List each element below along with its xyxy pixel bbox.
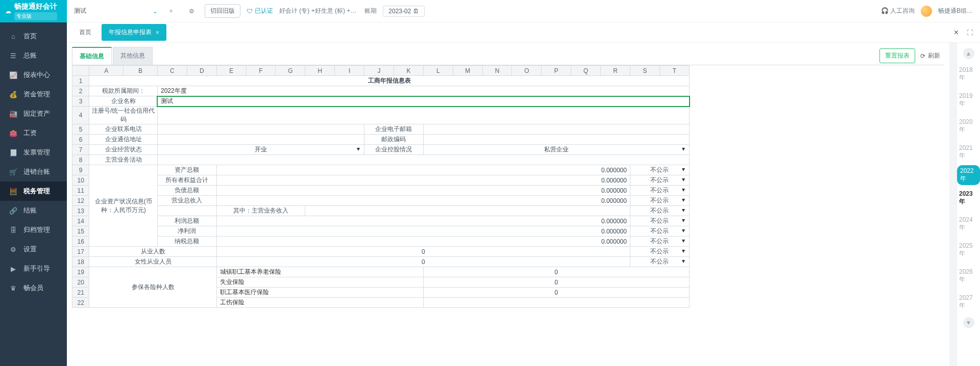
sidebar-item-3[interactable]: 💰资金管理 — [0, 85, 67, 104]
col-header[interactable]: E — [216, 66, 246, 76]
sidebar-item-11[interactable]: ⚙设置 — [0, 240, 67, 259]
row-header[interactable]: 2 — [72, 86, 89, 96]
col-header[interactable]: J — [364, 66, 394, 76]
col-header[interactable]: G — [276, 66, 305, 76]
col-header[interactable]: D — [187, 66, 216, 76]
sidebar-item-8[interactable]: 🧮税务管理 — [0, 181, 67, 201]
col-header[interactable]: S — [630, 66, 659, 76]
status-select[interactable]: 开业▾ — [157, 145, 364, 155]
col-header[interactable]: P — [542, 66, 571, 76]
asset-row-value[interactable]: 0.000000 — [216, 175, 630, 186]
row-header[interactable]: 3 — [72, 96, 89, 107]
row-header[interactable]: 14 — [72, 216, 89, 226]
publicity-select[interactable]: 不公示▾ — [630, 196, 689, 206]
tab-annual-report[interactable]: 年报信息申报表 × — [102, 24, 166, 41]
employees-value[interactable]: 0 — [216, 247, 630, 257]
dropdown-arrow-icon[interactable]: ▾ — [682, 257, 685, 265]
dropdown-arrow-icon[interactable]: ▾ — [682, 227, 685, 234]
year-item[interactable]: 2027年 — [957, 289, 980, 315]
year-item[interactable]: 2024年 — [957, 211, 980, 237]
year-item[interactable]: 2026年 — [957, 263, 980, 289]
col-header[interactable]: C — [157, 66, 187, 76]
year-item[interactable]: 2022年 — [957, 165, 980, 185]
asset-row-value[interactable]: 0.000000 — [216, 237, 630, 247]
year-item[interactable]: 2021年 — [957, 139, 980, 165]
org-selector[interactable]: 测试 ⌄ — [74, 7, 158, 15]
publicity-select[interactable]: 不公示▾ — [630, 165, 689, 175]
reset-report-button[interactable]: 重置报表 — [879, 48, 915, 63]
col-header[interactable]: A — [89, 66, 124, 76]
period-selector[interactable]: 2023-02 🗓 — [383, 6, 424, 17]
email-input[interactable] — [423, 124, 689, 135]
brand-logo[interactable]: ☁ 畅捷通好会计 专业版 — [0, 0, 67, 22]
dropdown-arrow-icon[interactable]: ▾ — [682, 247, 685, 254]
year-item[interactable]: 2020年 — [957, 113, 980, 139]
phone-input[interactable] — [157, 124, 364, 135]
col-header[interactable]: M — [453, 66, 482, 76]
publicity-select[interactable]: 不公示▾ — [630, 216, 689, 226]
add-icon[interactable]: ＋ — [164, 4, 178, 18]
insurance-row-value[interactable]: 0 — [423, 287, 689, 298]
avatar[interactable] — [921, 6, 932, 17]
main-biz-input[interactable] — [157, 155, 689, 165]
publicity-select[interactable]: 不公示▾ — [630, 186, 689, 196]
publicity-select[interactable]: 不公示▾ — [630, 247, 689, 257]
insurance-row-value[interactable]: 0 — [423, 267, 689, 277]
sidebar-item-1[interactable]: ☰总账 — [0, 46, 67, 65]
fullscreen-icon[interactable]: ⛶ — [967, 29, 973, 36]
publicity-select[interactable]: 不公示▾ — [630, 206, 689, 216]
sidebar-item-6[interactable]: 🧾发票管理 — [0, 143, 67, 162]
row-header[interactable]: 11 — [72, 186, 89, 196]
sidebar-item-0[interactable]: ⌂首页 — [0, 27, 67, 46]
year-down-icon[interactable]: ▼ — [963, 317, 974, 328]
female-value[interactable]: 0 — [216, 257, 630, 267]
publicity-select[interactable]: 不公示▾ — [630, 175, 689, 186]
year-up-icon[interactable]: ▲ — [963, 48, 974, 59]
subtab-other[interactable]: 其他信息 — [113, 47, 153, 65]
year-item[interactable]: 2025年 — [957, 237, 980, 263]
col-header[interactable]: H — [305, 66, 335, 76]
col-header[interactable]: R — [601, 66, 630, 76]
switch-old-button[interactable]: 切回旧版 — [205, 4, 240, 18]
sidebar-item-10[interactable]: 🗄归档管理 — [0, 220, 67, 240]
vertical-scrollbar[interactable] — [949, 43, 957, 366]
row-header[interactable]: 12 — [72, 196, 89, 206]
col-header[interactable]: N — [482, 66, 512, 76]
sidebar-item-5[interactable]: 👛工资 — [0, 123, 67, 143]
col-header[interactable]: T — [659, 66, 689, 76]
dropdown-arrow-icon[interactable]: ▾ — [682, 176, 685, 183]
row-header[interactable]: 4 — [72, 107, 89, 124]
publicity-select[interactable]: 不公示▾ — [630, 257, 689, 267]
row-header[interactable]: 18 — [72, 257, 89, 267]
col-header[interactable]: O — [512, 66, 542, 76]
asset-row-value[interactable]: 0.000000 — [216, 226, 630, 237]
dropdown-arrow-icon[interactable]: ▾ — [682, 145, 685, 152]
gear-icon[interactable]: ⚙ — [184, 4, 199, 18]
year-item[interactable]: 2018年 — [957, 61, 980, 87]
row-header[interactable]: 9 — [72, 165, 89, 175]
refresh-button[interactable]: ⟳ 刷新 — [920, 51, 940, 60]
sub-income-value[interactable] — [305, 206, 630, 216]
addr-input[interactable] — [157, 135, 364, 145]
help-link[interactable]: 🎧 人工咨询 — [881, 7, 915, 15]
insurance-row-value[interactable]: 0 — [423, 277, 689, 287]
close-all-tabs-icon[interactable]: × — [954, 28, 959, 37]
publicity-select[interactable]: 不公示▾ — [630, 237, 689, 247]
row-header[interactable]: 8 — [72, 155, 89, 165]
postal-input[interactable] — [423, 135, 689, 145]
row-header[interactable]: 5 — [72, 124, 89, 135]
row-header[interactable]: 19 — [72, 267, 89, 277]
spreadsheet[interactable]: ABCDEFGHIJKLMNOPQRST1工商年报信息表2税款所属期间：2022… — [72, 65, 944, 366]
sidebar-item-9[interactable]: 🔗结账 — [0, 201, 67, 220]
sidebar-item-2[interactable]: 📈报表中心 — [0, 65, 67, 85]
dropdown-arrow-icon[interactable]: ▾ — [682, 206, 685, 214]
col-header[interactable]: K — [394, 66, 423, 76]
company-name-input[interactable]: 测试 — [157, 96, 689, 107]
row-header[interactable]: 10 — [72, 175, 89, 186]
dropdown-arrow-icon[interactable]: ▾ — [357, 145, 360, 152]
insurance-row-value[interactable] — [423, 298, 689, 308]
row-header[interactable]: 17 — [72, 247, 89, 257]
row-header[interactable]: 21 — [72, 287, 89, 298]
col-header[interactable]: L — [423, 66, 453, 76]
row-header[interactable]: 22 — [72, 298, 89, 308]
